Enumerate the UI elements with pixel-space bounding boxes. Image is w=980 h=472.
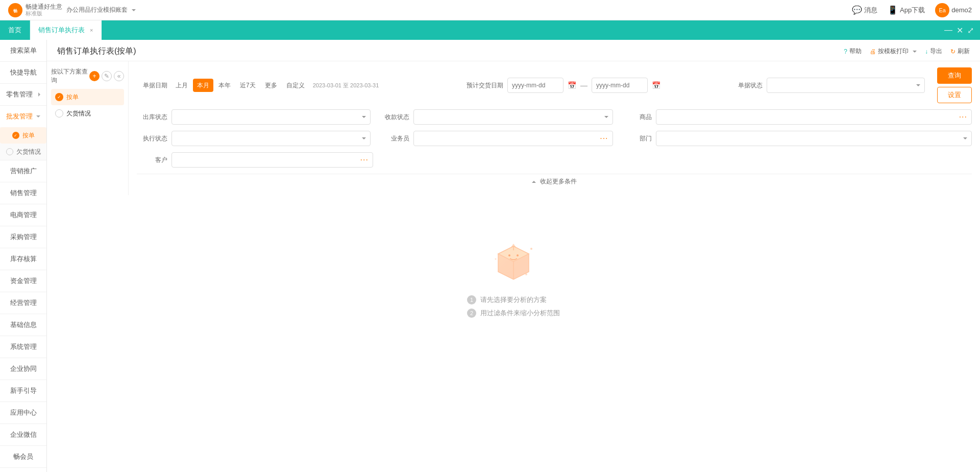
close-window-icon[interactable]: ✕ [957, 26, 963, 35]
status-label: 单据状态 [732, 81, 763, 90]
user-menu[interactable]: Ea demo2 [935, 3, 972, 17]
date-btn-thisyear[interactable]: 本年 [214, 79, 235, 92]
expected-date-start-input[interactable] [507, 78, 564, 93]
refresh-icon: ↻ [950, 48, 955, 55]
date-btn-custom[interactable]: 自定义 [282, 79, 309, 92]
product-input[interactable]: ··· [656, 109, 972, 125]
customer-dots-icon[interactable]: ··· [360, 155, 369, 164]
sidebar-item-retail: 零售管理 [0, 84, 46, 106]
filter-row-2: 出库状态 收款状态 [137, 109, 972, 125]
filter-row-1: 单据日期 上月 本月 本年 近7天 更多 自定义 2023-03-01 至 20… [137, 67, 972, 103]
sidebar-ecommerce-btn[interactable]: 电商管理 [0, 204, 46, 226]
collect-status-dropdown[interactable] [413, 109, 612, 125]
sidebar-operations-btn[interactable]: 经营管理 [0, 292, 46, 314]
refresh-button[interactable]: ↻ 刷新 [950, 47, 970, 56]
tab-sales-order[interactable]: 销售订单执行表 × [30, 20, 102, 40]
sidebar-wholesale-sub: ✓ 按单 欠货情况 [0, 127, 46, 160]
sidebar-item-wholesale: 批发管理 ✓ 按单 欠货情况 [0, 106, 46, 160]
nav-tab-actions: — ✕ ⤢ [938, 26, 980, 35]
filter-execstatus-field: 执行状态 [137, 131, 371, 146]
sidebar-appcenter-btn[interactable]: 应用中心 [0, 402, 46, 423]
status-dropdown[interactable] [767, 78, 925, 93]
sidebar-marketing-btn[interactable]: 营销推广 [0, 160, 46, 182]
sidebar-retail-btn[interactable]: 零售管理 [0, 84, 46, 105]
export-icon: ↓ [925, 48, 928, 55]
sidebar-item-inventory: 库存核算 [0, 248, 46, 270]
filter-salesperson-field: 业务员 ··· [379, 131, 612, 146]
sidebar-basic-btn[interactable]: 基础信息 [0, 314, 46, 336]
sidebar-quicknav-section: 快捷导航 [0, 62, 46, 84]
dept-dropdown[interactable] [656, 131, 972, 146]
collapse-left-button[interactable]: « [114, 71, 124, 81]
product-dots-icon[interactable]: ··· [959, 112, 967, 122]
salesperson-input[interactable]: ··· [413, 131, 612, 146]
out-status-dropdown[interactable] [172, 109, 371, 125]
date-btn-7days[interactable]: 近7天 [236, 79, 260, 92]
search-button[interactable]: 查询 [937, 67, 972, 84]
filter-row-4: 客户 ··· [137, 152, 972, 168]
dept-label: 部门 [621, 134, 652, 143]
sidebar-sales-btn[interactable]: 销售管理 [0, 182, 46, 204]
sidebar-sub-item-shortage[interactable]: 欠货情况 [0, 144, 46, 160]
logo-area: 畅 畅捷通好生意 标准版 [8, 3, 62, 17]
exec-status-label: 执行状态 [137, 134, 167, 143]
sidebar-search-section: 搜索菜单 [0, 40, 46, 62]
sidebar-finance-btn[interactable]: 资金管理 [0, 270, 46, 292]
salesperson-dots-icon[interactable]: ··· [600, 134, 608, 143]
sidebar-search[interactable]: 搜索菜单 [0, 40, 46, 61]
svg-point-6 [495, 258, 497, 260]
avatar: Ea [935, 3, 949, 17]
maximize-window-icon[interactable]: ⤢ [967, 26, 974, 35]
exec-status-chevron-icon [362, 137, 366, 139]
sidebar-cooperation-btn[interactable]: 企业协同 [0, 358, 46, 380]
app-download-button[interactable]: 📱 App下载 [888, 5, 925, 15]
customer-input[interactable]: ··· [172, 152, 373, 168]
filter-customer-field: 客户 ··· [137, 152, 373, 168]
filter-left-panel: 按以下方案查询 + ✎ « ✓ 按单 欠货情况 [47, 61, 129, 195]
date-btn-more[interactable]: 更多 [261, 79, 281, 92]
edit-plan-button[interactable]: ✎ [102, 71, 112, 81]
chevron-down-icon [132, 9, 136, 11]
sidebar-system-btn[interactable]: 系统管理 [0, 336, 46, 358]
sidebar-sub-item-order[interactable]: ✓ 按单 [0, 127, 46, 144]
filter-left-title-actions: + ✎ « [89, 71, 124, 81]
sidebar-inventory-btn[interactable]: 库存核算 [0, 248, 46, 270]
filter-date-field: 单据日期 上月 本月 本年 近7天 更多 自定义 2023-03-01 至 20… [137, 79, 458, 92]
sidebar-item-sales: 销售管理 [0, 182, 46, 204]
filter-outstatus-field: 出库状态 [137, 109, 371, 125]
settings-button[interactable]: 设置 [937, 87, 972, 103]
sidebar-item-operations: 经营管理 [0, 292, 46, 314]
export-button[interactable]: ↓ 导出 [925, 47, 942, 56]
tab-close-icon[interactable]: × [90, 27, 93, 33]
company-dropdown[interactable]: 办公用品行业模拟账套 [66, 6, 136, 14]
tab-home[interactable]: 首页 [0, 20, 30, 40]
sidebar-member-btn[interactable]: 畅会员 [0, 446, 46, 467]
svg-point-5 [530, 248, 532, 250]
order-icon: ✓ [12, 132, 19, 139]
logo-text: 畅捷通好生意 标准版 [26, 3, 62, 17]
status-chevron-icon [916, 84, 920, 86]
calendar-end-icon[interactable]: 📅 [652, 81, 660, 89]
date-label: 单据日期 [137, 81, 167, 90]
calendar-start-icon[interactable]: 📅 [568, 81, 576, 89]
help-button[interactable]: ? 帮助 [844, 47, 862, 56]
add-plan-button[interactable]: + [89, 71, 100, 81]
date-btn-thismonth[interactable]: 本月 [193, 79, 213, 92]
sidebar-item-quicknav[interactable]: 快捷导航 [0, 62, 46, 83]
minimize-window-icon[interactable]: — [944, 26, 952, 35]
plan-item-order[interactable]: ✓ 按单 [51, 89, 124, 105]
sidebar-wechat-btn[interactable]: 企业微信 [0, 424, 46, 445]
sidebar-wholesale-btn[interactable]: 批发管理 [0, 106, 46, 127]
exec-status-dropdown[interactable] [172, 131, 371, 146]
filter-dept-field: 部门 [621, 131, 972, 146]
plan-item-shortage[interactable]: 欠货情况 [51, 105, 124, 122]
sidebar-purchase-btn[interactable]: 采购管理 [0, 226, 46, 248]
sidebar-newbie-btn[interactable]: 新手引导 [0, 380, 46, 402]
date-btn-lastmonth[interactable]: 上月 [172, 79, 192, 92]
search-actions: 查询 设置 [937, 67, 972, 103]
expected-date-end-input[interactable] [592, 78, 648, 93]
date-range-text: 2023-03-01 至 2023-03-31 [313, 82, 379, 89]
collapse-button[interactable]: 收起更多条件 [137, 174, 972, 189]
print-button[interactable]: 🖨 按模板打印 [870, 47, 917, 56]
message-button[interactable]: 💬 消息 [852, 5, 877, 15]
